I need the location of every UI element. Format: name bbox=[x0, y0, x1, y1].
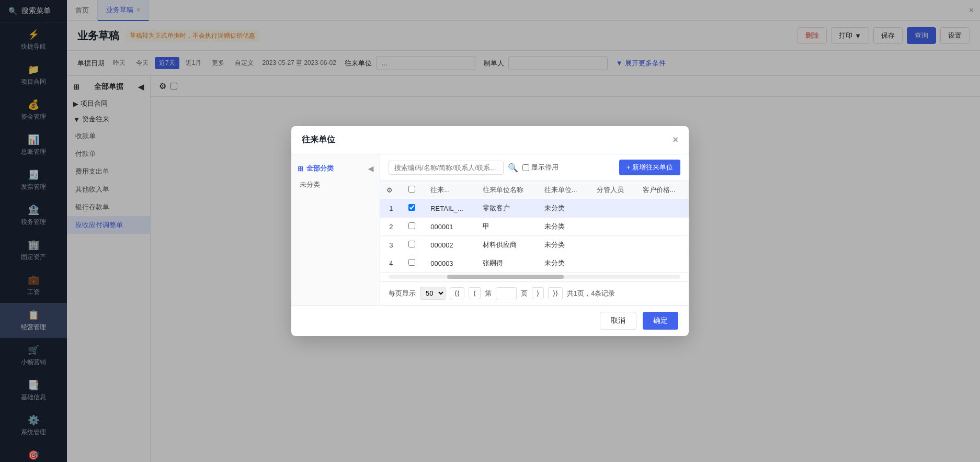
table-row[interactable]: 3 000002 材料供应商 未分类 bbox=[380, 236, 689, 254]
col-price[interactable]: 客户价格... bbox=[636, 181, 689, 199]
row-category: 未分类 bbox=[538, 254, 590, 273]
row-price bbox=[636, 236, 689, 254]
first-page-button[interactable]: ⟨⟨ bbox=[450, 287, 464, 299]
row-num: 4 bbox=[380, 254, 402, 273]
table-row[interactable]: 2 000001 甲 未分类 bbox=[380, 218, 689, 236]
row-manager bbox=[590, 199, 636, 218]
col-code[interactable]: 往来... bbox=[424, 181, 476, 199]
row-num: 2 bbox=[380, 218, 402, 236]
page-suffix: 页 bbox=[521, 289, 528, 298]
cat-collapse-icon[interactable]: ◀ bbox=[368, 165, 373, 173]
row-code: RETAIL_... bbox=[424, 199, 476, 218]
search-icon[interactable]: 🔍 bbox=[508, 163, 518, 173]
page-label: 第 bbox=[485, 289, 492, 298]
row-price bbox=[636, 218, 689, 236]
col-settings: ⚙ bbox=[380, 181, 402, 199]
dialog-actions: 取消 确定 bbox=[291, 305, 689, 336]
row-name: 零散客户 bbox=[476, 199, 538, 218]
table-row[interactable]: 4 000003 张嗣得 未分类 bbox=[380, 254, 689, 273]
dialog-table-area: 🔍 显示停用 + 新增往来单位 ⚙ 往来... bbox=[380, 154, 689, 305]
current-page-input[interactable]: 1 bbox=[496, 287, 517, 299]
row-category: 未分类 bbox=[538, 218, 590, 236]
grid-icon: ⊞ bbox=[298, 165, 303, 173]
modal-overlay[interactable]: 往来单位 × ⊞ 全部分类 ◀ 未分类 🔍 bbox=[0, 0, 980, 462]
row-code: 000001 bbox=[424, 218, 476, 236]
categories-header[interactable]: ⊞ 全部分类 ◀ bbox=[291, 161, 380, 176]
row-manager bbox=[590, 254, 636, 273]
row-category: 未分类 bbox=[538, 236, 590, 254]
row-name: 张嗣得 bbox=[476, 254, 538, 273]
counterparty-dialog: 往来单位 × ⊞ 全部分类 ◀ 未分类 🔍 bbox=[291, 126, 689, 336]
row-category: 未分类 bbox=[538, 199, 590, 218]
per-page-select[interactable]: 50 bbox=[420, 287, 446, 300]
categories-panel: ⊞ 全部分类 ◀ 未分类 bbox=[291, 154, 380, 305]
row-manager bbox=[590, 218, 636, 236]
new-counterparty-button[interactable]: + 新增往来单位 bbox=[619, 160, 680, 175]
dialog-table: ⚙ 往来... 往来单位名称 往来单位... 分管人员 客户价格... bbox=[380, 181, 689, 273]
cat-header-label: 全部分类 bbox=[306, 164, 334, 173]
dialog-header: 往来单位 × bbox=[291, 126, 689, 154]
row-name: 甲 bbox=[476, 218, 538, 236]
dialog-pagination: 每页显示 50 ⟨⟨ ⟨ 第 1 页 ⟩ ⟩⟩ 共1页，4条记录 bbox=[380, 281, 689, 305]
row-checkbox[interactable] bbox=[402, 236, 425, 254]
row-num: 1 bbox=[380, 199, 402, 218]
dialog-close-button[interactable]: × bbox=[673, 134, 678, 145]
total-records: 共1页，4条记录 bbox=[567, 289, 615, 298]
col-category[interactable]: 往来单位... bbox=[538, 181, 590, 199]
row-checkbox[interactable] bbox=[402, 218, 425, 236]
row-num: 3 bbox=[380, 236, 402, 254]
row-name: 材料供应商 bbox=[476, 236, 538, 254]
next-page-button[interactable]: ⟩ bbox=[532, 287, 544, 299]
confirm-button[interactable]: 确定 bbox=[643, 312, 678, 330]
col-checkbox bbox=[402, 181, 425, 199]
row-price bbox=[636, 254, 689, 273]
row-manager bbox=[590, 236, 636, 254]
last-page-button[interactable]: ⟩⟩ bbox=[548, 287, 563, 299]
row-checkbox[interactable] bbox=[402, 199, 425, 218]
prev-page-button[interactable]: ⟨ bbox=[469, 287, 481, 299]
row-checkbox[interactable] bbox=[402, 254, 425, 273]
show-disabled-checkbox[interactable] bbox=[522, 164, 529, 171]
row-code: 000003 bbox=[424, 254, 476, 273]
row-code: 000002 bbox=[424, 236, 476, 254]
dialog-search-input[interactable] bbox=[389, 161, 504, 175]
dialog-title: 往来单位 bbox=[302, 134, 335, 145]
row-price bbox=[636, 199, 689, 218]
dialog-body: ⊞ 全部分类 ◀ 未分类 🔍 显示停用 + 新增往来单位 bbox=[291, 154, 689, 305]
table-body: 1 RETAIL_... 零散客户 未分类 2 bbox=[380, 199, 689, 273]
select-all-dialog[interactable] bbox=[408, 186, 415, 193]
col-name[interactable]: 往来单位名称 bbox=[476, 181, 538, 199]
table-header: ⚙ 往来... 往来单位名称 往来单位... 分管人员 客户价格... bbox=[380, 181, 689, 199]
show-disabled-label: 显示停用 bbox=[522, 163, 559, 172]
dialog-toolbar: 🔍 显示停用 + 新增往来单位 bbox=[380, 154, 689, 181]
col-manager[interactable]: 分管人员 bbox=[590, 181, 636, 199]
table-row[interactable]: 1 RETAIL_... 零散客户 未分类 bbox=[380, 199, 689, 218]
cancel-button[interactable]: 取消 bbox=[600, 312, 636, 330]
cat-item-unclassified[interactable]: 未分类 bbox=[291, 176, 380, 193]
per-page-label: 每页显示 bbox=[389, 289, 416, 298]
